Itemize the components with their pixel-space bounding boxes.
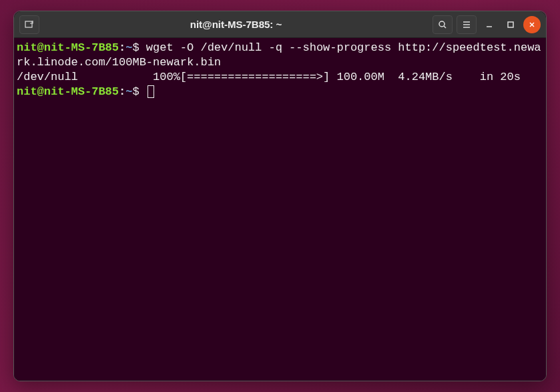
svg-point-1 xyxy=(439,21,445,27)
prompt-dollar-2: $ xyxy=(132,85,139,98)
close-button[interactable] xyxy=(523,16,541,33)
empty-command xyxy=(139,85,146,98)
search-icon xyxy=(437,19,448,30)
titlebar-right xyxy=(433,15,541,34)
svg-line-2 xyxy=(444,26,446,28)
new-tab-icon xyxy=(24,19,35,30)
window-title: nit@nit-MS-7B85: ~ xyxy=(39,19,433,30)
close-icon xyxy=(528,21,536,29)
prompt-user: nit@nit-MS-7B85 xyxy=(17,41,119,54)
maximize-icon xyxy=(507,21,515,29)
cursor xyxy=(148,85,154,98)
terminal-body[interactable]: nit@nit-MS-7B85:~$ wget -O /dev/null -q … xyxy=(14,38,546,381)
prompt-colon-2: : xyxy=(119,85,125,98)
titlebar: nit@nit-MS-7B85: ~ xyxy=(14,11,546,38)
output-line-1: /dev/null 100%[===================>] 100… xyxy=(17,70,543,85)
new-tab-button[interactable] xyxy=(19,15,39,34)
prompt-user-2: nit@nit-MS-7B85 xyxy=(17,85,119,98)
hamburger-icon xyxy=(461,19,472,30)
prompt-colon: : xyxy=(119,41,125,54)
minimize-button[interactable] xyxy=(481,16,498,33)
titlebar-left xyxy=(19,15,39,34)
menu-button[interactable] xyxy=(457,15,477,34)
command-line-1: nit@nit-MS-7B85:~$ wget -O /dev/null -q … xyxy=(17,41,543,70)
svg-rect-7 xyxy=(508,22,513,27)
maximize-button[interactable] xyxy=(502,16,519,33)
svg-rect-0 xyxy=(25,21,32,27)
prompt-path-2: ~ xyxy=(125,85,132,98)
prompt-dollar: $ xyxy=(132,41,139,54)
terminal-window: nit@nit-MS-7B85: ~ xyxy=(13,11,547,381)
search-button[interactable] xyxy=(433,15,453,34)
prompt-path: ~ xyxy=(125,41,132,54)
minimize-icon xyxy=(485,21,493,29)
command-line-2: nit@nit-MS-7B85:~$ xyxy=(17,85,543,99)
